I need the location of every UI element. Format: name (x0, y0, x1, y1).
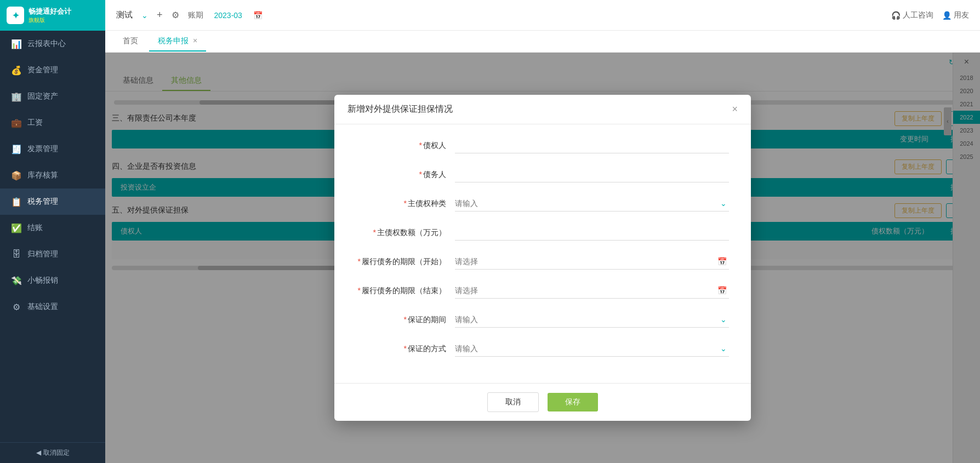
archive-icon: 🗄 (11, 249, 22, 260)
company-dropdown-icon[interactable]: ⌄ (141, 11, 148, 20)
form-label-obligation_end: *履行债务的期限（结束） (356, 286, 455, 296)
form-input-debtor[interactable] (455, 167, 729, 182)
form-date-obligation_start[interactable] (455, 254, 729, 269)
required-mark: * (404, 344, 407, 353)
modal-header: 新增对外提供保证担保情况 × (334, 95, 751, 124)
form-label-creditor: *债权人 (356, 141, 455, 151)
chevron-down-icon-guarantee_period[interactable]: ⌄ (720, 315, 727, 324)
required-mark: * (373, 228, 376, 237)
sidebar-item-inventory[interactable]: 📦库存核算 (0, 162, 105, 188)
sidebar-nav: 📊云报表中心💰资金管理🏢固定资产💼工资🧾发票管理📦库存核算📋税务管理✅结账🗄归档… (0, 31, 105, 442)
modal-close-button[interactable]: × (732, 104, 738, 115)
logo-icon: ✦ (7, 7, 24, 24)
form-row-creditor_type: *主债权种类⌄ (356, 196, 729, 212)
sidebar-item-salary[interactable]: 💼工资 (0, 110, 105, 136)
calendar-icon-obligation_start[interactable]: 📅 (717, 257, 727, 266)
required-mark: * (358, 257, 361, 266)
form-select-creditor_type[interactable] (455, 196, 729, 211)
form-label-creditor_type: *主债权种类 (356, 199, 455, 209)
period-value: 2023-03 (214, 11, 242, 20)
sidebar-item-expense[interactable]: 💸小畅报销 (0, 267, 105, 294)
form-date-obligation_end[interactable] (455, 283, 729, 298)
sidebar-label-archive: 归档管理 (27, 249, 58, 259)
required-mark: * (358, 286, 361, 295)
form-input-creditor_amount[interactable] (455, 225, 729, 241)
form-label-guarantee_period: *保证的期间 (356, 315, 455, 325)
add-button[interactable]: + (157, 9, 163, 21)
sidebar-item-checkout[interactable]: ✅结账 (0, 215, 105, 241)
sidebar-item-assets[interactable]: 🏢固定资产 (0, 83, 105, 110)
sidebar-unpin[interactable]: ◀取消固定 (0, 442, 105, 463)
main-area: 测试 ⌄ + ⚙ 账期 2023-03 📅 🎧 人工咨询 👤 用友 首页 (105, 0, 980, 463)
finance-icon: 💰 (11, 65, 22, 76)
form-row-creditor: *债权人 (356, 138, 729, 153)
topbar: 测试 ⌄ + ⚙ 账期 2023-03 📅 🎧 人工咨询 👤 用友 (105, 0, 980, 31)
sidebar-label-assets: 固定资产 (27, 92, 58, 101)
form-row-obligation_start: *履行债务的期限（开始）📅 (356, 254, 729, 270)
tab-close-icon[interactable]: × (193, 36, 197, 45)
sidebar-label-salary: 工资 (27, 118, 43, 128)
invoice-icon: 🧾 (11, 144, 22, 155)
cancel-button[interactable]: 取消 (487, 392, 539, 412)
modal-title: 新增对外提供保证担保情况 (347, 104, 453, 115)
sidebar-item-reports[interactable]: 📊云报表中心 (0, 31, 105, 57)
form-input-wrap-creditor (455, 138, 729, 153)
required-mark: * (404, 315, 407, 324)
sidebar-item-tax[interactable]: 📋税务管理 (0, 188, 105, 215)
chevron-down-icon-creditor_type[interactable]: ⌄ (720, 199, 727, 208)
tab-home[interactable]: 首页 (114, 32, 147, 52)
calendar-icon-obligation_end[interactable]: 📅 (717, 286, 727, 295)
modal-dialog: 新增对外提供保证担保情况 × *债权人*债务人*主债权种类⌄*主债权数额（万元）… (334, 95, 751, 421)
sidebar-item-finance[interactable]: 💰资金管理 (0, 57, 105, 83)
form-label-debtor: *债务人 (356, 170, 455, 180)
period-label: 账期 (188, 10, 203, 20)
settings-icon[interactable]: ⚙ (172, 10, 179, 20)
reports-icon: 📊 (11, 38, 22, 49)
tab-taxreport[interactable]: 税务申报 × (149, 32, 206, 52)
form-label-guarantee_method: *保证的方式 (356, 344, 455, 354)
sidebar-item-settings[interactable]: ⚙基础设置 (0, 294, 105, 320)
form-label-creditor_amount: *主债权数额（万元） (356, 228, 455, 238)
logo-text: 畅捷通好会计 旗舰版 (29, 7, 71, 24)
sidebar-label-tax: 税务管理 (27, 197, 58, 207)
form-input-wrap-debtor (455, 167, 729, 182)
form-select-wrap-guarantee_method: ⌄ (455, 341, 729, 357)
topbar-right: 🎧 人工咨询 👤 用友 (891, 10, 969, 20)
form-input-creditor[interactable] (455, 138, 729, 153)
form-row-guarantee_method: *保证的方式⌄ (356, 341, 729, 357)
sidebar-label-inventory: 库存核算 (27, 170, 58, 180)
form-row-obligation_end: *履行债务的期限（结束）📅 (356, 283, 729, 299)
settings-icon: ⚙ (11, 301, 22, 312)
modal-form: *债权人*债务人*主债权种类⌄*主债权数额（万元）*履行债务的期限（开始）📅*履… (356, 138, 729, 357)
calendar-icon[interactable]: 📅 (253, 11, 263, 20)
inventory-icon: 📦 (11, 170, 22, 181)
modal-overlay: 新增对外提供保证担保情况 × *债权人*债务人*主债权种类⌄*主债权数额（万元）… (105, 53, 980, 463)
page-content: ↻ 刷新 基础信息 其他信息 (105, 53, 980, 463)
sidebar-label-reports: 云报表中心 (27, 39, 66, 49)
sidebar-item-archive[interactable]: 🗄归档管理 (0, 241, 105, 267)
tax-icon: 📋 (11, 196, 22, 207)
save-button[interactable]: 保存 (548, 393, 598, 411)
user-button[interactable]: 👤 用友 (942, 10, 969, 20)
chevron-down-icon-guarantee_method[interactable]: ⌄ (720, 344, 727, 353)
expense-icon: 💸 (11, 275, 22, 286)
required-mark: * (404, 199, 407, 208)
form-select-guarantee_method[interactable] (455, 341, 729, 356)
content-tabs: 首页 税务申报 × (105, 31, 980, 53)
salary-icon: 💼 (11, 117, 22, 128)
form-input-wrap-creditor_amount (455, 225, 729, 241)
checkout-icon: ✅ (11, 222, 22, 233)
sidebar-label-expense: 小畅报销 (27, 276, 58, 285)
service-button[interactable]: 🎧 人工咨询 (891, 10, 933, 20)
sidebar-label-invoice: 发票管理 (27, 144, 58, 154)
modal-body: *债权人*债务人*主债权种类⌄*主债权数额（万元）*履行债务的期限（开始）📅*履… (334, 124, 751, 383)
sidebar-item-invoice[interactable]: 🧾发票管理 (0, 136, 105, 162)
form-select-guarantee_period[interactable] (455, 312, 729, 327)
sidebar-label-checkout: 结账 (27, 223, 43, 233)
required-mark: * (419, 141, 422, 150)
company-name: 测试 (116, 10, 133, 20)
form-row-guarantee_period: *保证的期间⌄ (356, 312, 729, 328)
logo: ✦ 畅捷通好会计 旗舰版 (0, 0, 105, 31)
headset-icon: 🎧 (891, 11, 901, 20)
user-icon: 👤 (942, 11, 951, 20)
